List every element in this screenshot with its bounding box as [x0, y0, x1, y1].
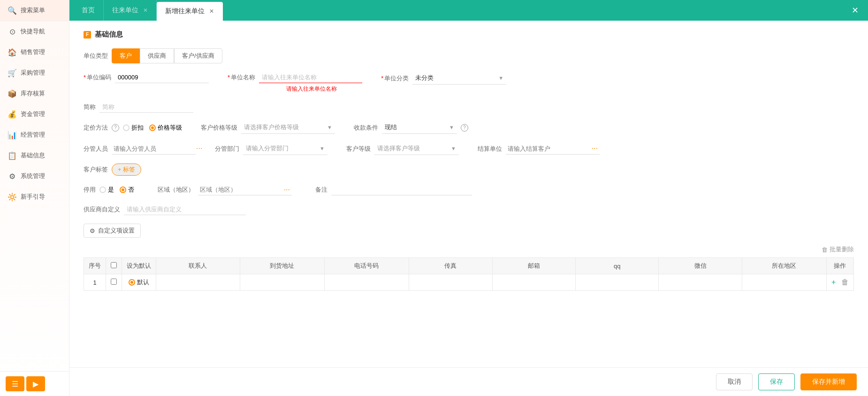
- sidebar-item-operations[interactable]: 📊 经营管理: [0, 124, 69, 145]
- sidebar-item-search[interactable]: 🔍 搜索菜单: [0, 0, 69, 21]
- manager-input[interactable]: [112, 143, 194, 154]
- row-address-input[interactable]: [245, 279, 320, 286]
- tab-partners-close[interactable]: ✕: [143, 7, 148, 14]
- notes-group: 备注: [315, 184, 472, 195]
- disabled-no-option[interactable]: 否: [120, 186, 134, 194]
- operations-icon: 📊: [8, 130, 17, 140]
- row-qq[interactable]: [576, 274, 659, 291]
- tab-home[interactable]: 首页: [73, 0, 104, 21]
- unit-name-group: *单位名称 请输入往来单位名称: [228, 72, 362, 93]
- row-fax-input[interactable]: [414, 279, 487, 286]
- search-icon: 🔍: [8, 6, 17, 15]
- sidebar-item-guide[interactable]: 🔆 新手引导: [0, 186, 69, 207]
- add-tag-button[interactable]: + 标签: [112, 163, 141, 176]
- notes-input[interactable]: [331, 184, 472, 195]
- region-input[interactable]: [198, 184, 282, 195]
- row-phone[interactable]: [324, 274, 409, 291]
- customer-level-select[interactable]: 请选择客户等级 ▼: [374, 142, 459, 155]
- tab-home-label: 首页: [82, 6, 95, 15]
- row-phone-input[interactable]: [329, 279, 404, 286]
- sidebar-bottom-btn-1[interactable]: ☰: [6, 376, 24, 391]
- save-button[interactable]: 保存: [758, 373, 795, 390]
- form-footer: 取消 保存 保存并新增: [69, 367, 868, 396]
- sidebar-inventory-label: 库存核算: [21, 89, 45, 98]
- settlement-unit-input[interactable]: [506, 143, 590, 154]
- row-contact-input[interactable]: [161, 279, 235, 286]
- sidebar-bottom: ☰ ▶: [0, 371, 69, 396]
- row-email[interactable]: [492, 274, 576, 291]
- unit-type-customer[interactable]: 客户: [112, 48, 140, 63]
- row-default-radio-item[interactable]: 默认: [127, 278, 151, 287]
- unit-type-both[interactable]: 客户/供应商: [174, 48, 222, 63]
- unit-category-select[interactable]: 未分类 ▼: [412, 72, 506, 85]
- section-icon: F: [84, 31, 91, 39]
- tab-partners[interactable]: 往来单位 ✕: [104, 0, 157, 21]
- payment-terms-select[interactable]: 现结 ▼: [382, 121, 457, 134]
- row-address[interactable]: [240, 274, 324, 291]
- tab-new-partner-close[interactable]: ✕: [209, 8, 214, 15]
- pricing-level-option[interactable]: 价格等级: [149, 124, 182, 132]
- row-wechat[interactable]: [659, 274, 742, 291]
- sidebar-item-basic-info[interactable]: 📋 基础信息: [0, 145, 69, 166]
- row-delete-btn[interactable]: 🗑: [841, 278, 849, 286]
- cancel-button[interactable]: 取消: [716, 373, 753, 390]
- department-select[interactable]: 请输入分管部门 ▼: [243, 142, 327, 155]
- unit-type-buttons: 客户 供应商 客户/供应商: [112, 48, 222, 63]
- manager-more-btn[interactable]: ···: [194, 144, 204, 153]
- short-name-input[interactable]: [99, 101, 193, 113]
- row-area-input[interactable]: [747, 279, 822, 286]
- sidebar-item-quick-nav[interactable]: ⊙ 快捷导航: [0, 21, 69, 42]
- save-new-button[interactable]: 保存并新增: [800, 373, 857, 390]
- payment-terms-label: 收款条件: [354, 124, 378, 132]
- region-more-btn[interactable]: ···: [282, 186, 292, 194]
- supplier-custom-input[interactable]: [124, 204, 246, 215]
- col-contact: 联系人: [156, 258, 240, 274]
- disabled-yes-option[interactable]: 是: [99, 186, 114, 194]
- sidebar-item-purchase[interactable]: 🛒 采购管理: [0, 62, 69, 83]
- pricing-discount-option[interactable]: 折扣: [123, 124, 144, 132]
- settlement-more-btn[interactable]: ···: [590, 144, 600, 153]
- short-name-label: 简称: [84, 103, 96, 111]
- customer-price-level-select[interactable]: 请选择客户价格等级 ▼: [241, 121, 335, 134]
- row-email-input[interactable]: [497, 279, 571, 286]
- table-header: 序号 设为默认 联系人 到货地址 电话号码 传真 邮箱 qq 微信 所在地区 操…: [84, 258, 854, 274]
- unit-name-input[interactable]: [259, 72, 362, 83]
- sidebar-item-finance[interactable]: 💰 资金管理: [0, 104, 69, 124]
- batch-delete-btn[interactable]: 🗑 批量删除: [822, 245, 854, 254]
- sidebar-bottom-btn-2[interactable]: ▶: [26, 376, 45, 391]
- code-name-category-row: *单位编码 *单位名称 请输入往来单位名称 *单位分类 未分类: [84, 72, 854, 93]
- tab-new-partner[interactable]: 新增往来单位 ✕: [157, 2, 223, 21]
- disabled-no-label: 否: [128, 186, 134, 194]
- custom-settings-label: 自定义项设置: [98, 226, 135, 235]
- row-add-btn[interactable]: +: [831, 278, 836, 286]
- unit-code-input[interactable]: [115, 72, 209, 83]
- pricing-radio-group: 折扣 价格等级: [123, 124, 182, 132]
- row-qq-input[interactable]: [580, 279, 654, 286]
- sidebar-item-sales[interactable]: 🏠 销售管理: [0, 42, 69, 62]
- row-wechat-input[interactable]: [663, 279, 737, 286]
- sidebar-item-system[interactable]: ⚙ 系统管理: [0, 166, 69, 186]
- sidebar-basic-info-label: 基础信息: [21, 151, 45, 160]
- row-contact[interactable]: [156, 274, 240, 291]
- select-all-checkbox[interactable]: [111, 262, 117, 268]
- disabled-yes-label: 是: [108, 186, 114, 194]
- sidebar: 🔍 搜索菜单 ⊙ 快捷导航 🏠 销售管理 🛒 采购管理 📦 库存核算 💰 资金管…: [0, 0, 69, 396]
- row-area[interactable]: [742, 274, 826, 291]
- row-fax[interactable]: [409, 274, 492, 291]
- row-default-label: 默认: [137, 278, 149, 287]
- pricing-method-label: 定价方法: [84, 124, 108, 132]
- payment-help-icon[interactable]: ?: [461, 124, 468, 132]
- close-all-tabs[interactable]: ✕: [846, 5, 864, 16]
- batch-delete-label: 批量删除: [830, 245, 854, 254]
- contacts-table: 序号 设为默认 联系人 到货地址 电话号码 传真 邮箱 qq 微信 所在地区 操…: [84, 257, 854, 291]
- tab-bar: 首页 往来单位 ✕ 新增往来单位 ✕ ✕: [69, 0, 868, 21]
- col-qq: qq: [576, 258, 659, 274]
- row-checkbox[interactable]: [111, 279, 117, 285]
- customer-price-level-group: 客户价格等级 请选择客户价格等级 ▼: [201, 121, 335, 134]
- customer-price-level-placeholder: 请选择客户价格等级: [244, 123, 299, 132]
- unit-type-supplier[interactable]: 供应商: [140, 48, 174, 63]
- table-row: 1 默认: [84, 274, 854, 291]
- pricing-help-icon[interactable]: ?: [112, 124, 119, 132]
- sidebar-item-inventory[interactable]: 📦 库存核算: [0, 83, 69, 104]
- custom-settings-button[interactable]: ⚙ 自定义项设置: [84, 224, 141, 238]
